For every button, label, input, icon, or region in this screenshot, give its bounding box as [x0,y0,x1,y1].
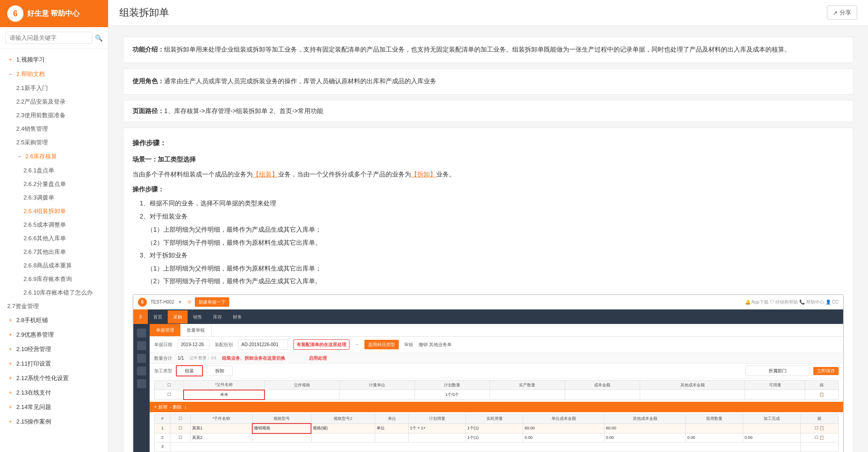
app-bottom-table: # ☐ *子件名称 规格型号 规格型号2 单位 计划用量 实耗用量 [154,414,839,452]
sidebar-item-other-out[interactable]: 2.6.7其他出库单 [0,245,108,259]
sidebar-item-newbie[interactable]: 2.1新手入门 [0,81,108,95]
app-orange-add[interactable]: + 新增 [154,403,167,411]
app-bot-td-name-1: 莫莫1 [190,423,252,433]
app-bom-btn[interactable]: 选用科目类型 [364,340,399,349]
step2-sub2: （2）下部明细为子件明细，最终作为原材料生成其它出库单。 [147,237,844,248]
app-td-action[interactable]: 📋 [805,390,839,400]
sidebar-item-ops[interactable]: + 2.10经营管理 [0,342,108,357]
app-bot-col-unit: 单位 [375,414,409,423]
path-label: 页面路径： [132,107,164,114]
app-td-name[interactable]: 米米 [184,390,264,400]
func-intro-text: 组装拆卸单用来处理企业组装或拆卸等加工业务，支持有固定装配清单的产品加工业务，也… [164,46,791,53]
app-bot-td-spec2-2 [311,433,375,442]
sidebar-item-transfer[interactable]: 2.6.3调拨单 [0,191,108,205]
app-tabs: 单据管理 批量审核 [150,324,843,337]
sidebar: 6 好生意 帮助中心 🔍 + 1.视频学习 − 2.帮助文档 2.1新手入门 2… [0,0,108,452]
app-td-actual [490,390,565,400]
step3-sub2: （2）下部明细为子件明细，最终作为产成品生成其它入库单。 [147,276,844,287]
app-bot-col-unit-cost: 单位成本金额 [523,414,604,423]
sidebar-item-video[interactable]: + 1.视频学习 [0,52,108,67]
app-bot-td-ucost-2: 0.00 [523,433,604,442]
expand-icon: + [7,419,14,425]
step3: 3、对于拆卸业务 [140,250,844,261]
sidebar-item-stock-query[interactable]: 2.6.9库存账本查询 [0,272,108,286]
app-group-val[interactable]: AD-20191226-001 [238,339,288,350]
app-bot-td-retain-1 [686,423,743,433]
app-nav-inventory[interactable]: 库存 [208,310,227,324]
app-td-plan: 1个/1个 [415,390,490,400]
app-orange-del[interactable]: - 删除 [170,403,182,411]
app-qty-val: 1/1 [178,354,184,362]
app-col-parent-spec: 父件规格 [264,381,340,390]
app-bot-td-ops-1[interactable]: ☐ 📋 [800,423,838,433]
role-text: 通常由生产人员或库管人员完成拆装业务的操作，库管人员确认原材料的出库和产成品的入… [164,77,436,85]
sidebar-item-data-prep[interactable]: 2.3使用前数据准备 [0,109,108,122]
path-block: 页面路径：1、库存核算->库存管理->组装拆卸单 2、首页->常用功能 [123,100,854,123]
app-tab-manage[interactable]: 单据管理 [150,324,180,336]
sidebar-item-coupon[interactable]: + 2.9优惠券管理 [0,328,108,342]
app-bot-td-no-2: 2 [155,433,170,442]
app-bot-td-ops-2[interactable]: ☐ 📋 [800,433,838,442]
app-dept-select[interactable]: 所属部门 [745,366,810,376]
app-bot-td-empty-3 [170,442,800,452]
step1: 1、根据不同的业务，选择不同单据的类型来处理 [140,198,844,209]
app-orange-bar: + 新增 - 删除 ↕ [150,402,843,412]
app-bot-td-spec2-1: 规格(辅) [311,423,375,433]
sidebar-item-other-in[interactable]: 2.6.6其他入库单 [0,232,108,245]
sidebar-item-stock-err[interactable]: 2.6.10库存账本错了怎么办 [0,286,108,300]
app-mini-icon-2 [137,341,146,350]
app-disassemble-option[interactable]: 拆卸 [207,366,233,376]
search-button[interactable]: 🔍 [95,34,103,42]
app-body: 单据管理 批量审核 单据日期 2019-12-26 装配组别 AD-201912… [133,324,843,452]
app-bot-col-plan-qty: 计划用量 [408,414,466,423]
app-nav-sales[interactable]: 销售 [188,310,208,324]
sidebar-item-custom[interactable]: + 2.12系统个性化设置 [0,371,108,385]
app-mini-icon-5 [137,379,146,388]
sidebar-item-finance[interactable]: 2.7资金管理 [0,300,108,313]
app-col-plan-qty: 计划数量 [415,381,490,390]
share-button[interactable]: ↗ 分享 [827,5,857,20]
sidebar-item-install[interactable]: 2.2产品安装及登录 [0,95,108,109]
sidebar-item-sales[interactable]: 2.4销售管理 [0,122,108,136]
app-new-btn[interactable]: 新建单据一下 [195,297,229,307]
share-icon: ↗ [833,10,838,16]
app-save-btn[interactable]: 立即保存 [813,367,839,375]
sidebar-item-faq[interactable]: + 2.14常见问题 [0,400,108,414]
app-bot-td-actual-2: 1个(1) [466,433,523,442]
app-bot-td-check-2: ☐ [170,433,190,442]
app-td-check: ☐ [155,390,184,400]
expand-icon: − [7,71,14,77]
app-mini-icon-4 [137,366,146,376]
app-col-parent-name: *父件名称 [184,381,264,390]
app-order-date[interactable]: 2019-12-26 [178,339,209,350]
step3-sub1: （1）上部明细为父件明细，最终作为原材料生成其它出库单； [147,263,844,274]
sidebar-item-cost-recalc[interactable]: 2.6.8商品成本重算 [0,259,108,272]
sidebar-item-cases[interactable]: + 2.15操作案例 [0,414,108,429]
sidebar-item-inventory[interactable]: − 2.6库存核算 [0,149,108,164]
app-tab-bulk[interactable]: 批量审核 [180,324,212,336]
sidebar-item-assembly[interactable]: 2.6.4组装拆卸单 [0,205,108,218]
search-input[interactable] [5,32,92,44]
sidebar-item-docs[interactable]: − 2.帮助文档 [0,67,108,81]
app-refresh: ⟳ [188,298,191,306]
sidebar-item-cost-adj[interactable]: 2.6.5成本调整单 [0,218,108,232]
sidebar-item-print[interactable]: + 2.11打印设置 [0,357,108,371]
app-nav-purchase[interactable]: 采购 [168,310,188,324]
sidebar-item-partial[interactable]: 2.6.2分量盘点单 [0,177,108,191]
ops-steps-label: 操作步骤： [132,184,844,195]
app-bottom-table-wrapper: # ☐ *子件名称 规格型号 规格型号2 单位 计划用量 实耗用量 [150,412,843,452]
app-bot-td-check-1: ☐ [170,423,190,433]
app-topbar: 6 TEST-H002 ▼ ⟳ 新建单据一下 🔔 App下载 🛡 经销商帮助 📞… [133,295,843,309]
app-bot-td-spec1-1[interactable]: 撤销规格 [252,423,311,433]
app-bot-td-ops-3[interactable] [800,442,838,452]
app-nav-finance[interactable]: 财务 [227,310,247,324]
app-type-select[interactable]: 组装 [176,365,203,376]
app-order-date-label: 单据日期 [154,341,172,348]
sidebar-item-mobile[interactable]: + 2.8手机旺铺 [0,313,108,328]
sidebar-item-pay[interactable]: + 2.13在线支付 [0,385,108,400]
sidebar-item-purchase[interactable]: 2.5采购管理 [0,136,108,149]
app-nav-home[interactable]: 首页 [148,310,168,324]
sidebar-item-stocktake[interactable]: 2.6.1盘点单 [0,164,108,177]
sidebar-header: 6 好生意 帮助中心 [0,0,108,27]
scene-desc: 当由多个子件材料组装成一个成品的业务为【组装】业务，当由一个父件拆分成多个子产品… [132,169,844,180]
